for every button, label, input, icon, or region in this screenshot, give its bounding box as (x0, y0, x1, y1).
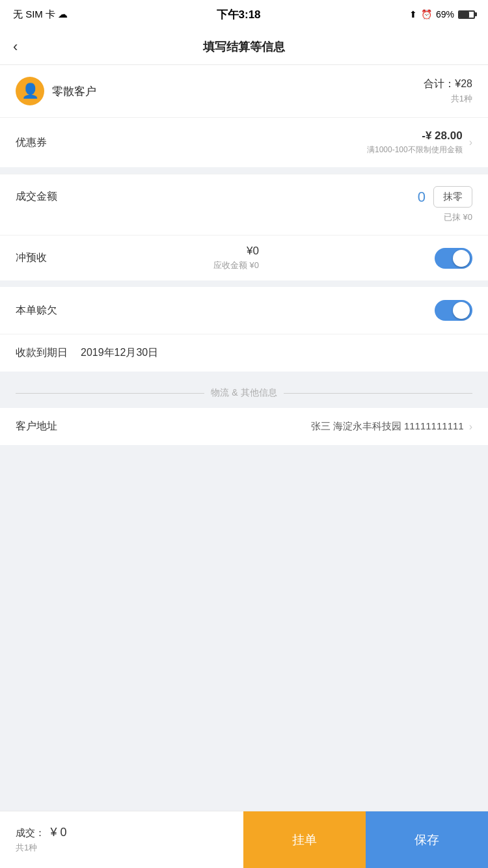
customer-right: 合计：¥28 共1种 (424, 77, 472, 105)
back-button[interactable]: ‹ (13, 38, 18, 55)
round-button[interactable]: 抹零 (433, 186, 472, 208)
customer-name: 零散客户 (52, 84, 96, 99)
logistics-section-divider: 物流 & 其他信息 (0, 378, 488, 408)
amount-section: 成交金额 0 抹零 已抹 ¥0 (0, 174, 488, 235)
status-bar: 无 SIM 卡 ☁ 下午3:18 ⬆ ⏰ 69% (0, 0, 488, 29)
customer-row: 👤 零散客户 合计：¥28 共1种 (0, 65, 488, 117)
duedate-row: 收款到期日 2019年12月30日 (0, 334, 488, 372)
debt-row: 本单赊欠 (0, 287, 488, 334)
amount-row: 成交金额 0 抹零 (16, 186, 472, 208)
section-label: 物流 & 其他信息 (211, 387, 277, 399)
nav-bar: ‹ 填写结算等信息 (0, 29, 488, 65)
coupon-right: -¥ 28.00 满1000-100不限制使用金额 › (367, 129, 472, 156)
alarm-icon: ⏰ (421, 9, 432, 20)
toggle-knob (453, 250, 470, 267)
battery-icon (458, 10, 475, 19)
address-row[interactable]: 客户地址 张三 海淀永丰科技园 11111111111 › (0, 408, 488, 445)
transaction-value[interactable]: 0 (418, 189, 426, 206)
prepayment-row: 冲预收 ¥0 应收金额 ¥0 (0, 235, 488, 280)
save-button[interactable]: 保存 (366, 811, 488, 869)
prepayment-toggle[interactable] (435, 248, 472, 269)
battery-percent: 69% (436, 9, 454, 20)
address-chevron-icon: › (469, 421, 472, 433)
nav-title: 填写结算等信息 (203, 39, 285, 55)
prepayment-amounts: ¥0 应收金额 ¥0 (213, 245, 259, 271)
total-amount: 合计：¥28 (424, 77, 472, 91)
bottom-deal-amount: ¥ 0 (50, 826, 66, 839)
status-right: ⬆ ⏰ 69% (409, 9, 475, 20)
coupon-description: 满1000-100不限制使用金额 (367, 144, 463, 156)
total-count: 共1种 (424, 93, 472, 105)
already-rounded: 已抹 ¥0 (16, 211, 472, 223)
debt-label: 本单赊欠 (16, 304, 57, 318)
receivable-amount: 应收金额 ¥0 (213, 260, 259, 271)
duedate-label: 收款到期日 (16, 346, 68, 360)
hang-button[interactable]: 挂单 (243, 811, 366, 869)
bottom-deal-row: 成交： ¥ 0 (16, 826, 228, 839)
debt-toggle-knob (453, 302, 470, 319)
address-value: 张三 海淀永丰科技园 11111111111 (70, 420, 464, 433)
coupon-value-block: -¥ 28.00 满1000-100不限制使用金额 (367, 129, 463, 156)
prepayment-value: ¥0 (213, 245, 259, 258)
amount-input-area: 0 抹零 (418, 186, 472, 208)
coupon-discount: -¥ 28.00 (367, 129, 463, 142)
status-time: 下午3:18 (217, 7, 261, 22)
prepayment-label: 冲预收 (16, 251, 47, 265)
duedate-value: 2019年12月30日 (81, 346, 158, 360)
bottom-info: 成交： ¥ 0 共1种 (0, 826, 243, 854)
bottom-bar: 成交： ¥ 0 共1种 挂单 保存 (0, 811, 488, 868)
location-icon: ⬆ (409, 9, 417, 20)
coupon-chevron-icon: › (469, 137, 472, 148)
transaction-card: 成交金额 0 抹零 已抹 ¥0 冲预收 ¥0 应收金额 ¥0 (0, 174, 488, 280)
bottom-deal-label: 成交： (16, 827, 45, 838)
no-sim-text: 无 SIM 卡 ☁ (13, 8, 68, 21)
bottom-count: 共1种 (16, 842, 228, 854)
debt-card: 本单赊欠 收款到期日 2019年12月30日 (0, 287, 488, 372)
address-label: 客户地址 (16, 420, 57, 433)
content: 👤 零散客户 合计：¥28 共1种 优惠券 -¥ 28.00 满1000-100… (0, 65, 488, 517)
coupon-label: 优惠券 (16, 136, 47, 150)
coupon-row[interactable]: 优惠券 -¥ 28.00 满1000-100不限制使用金额 › (0, 117, 488, 167)
transaction-label: 成交金额 (16, 190, 57, 204)
debt-toggle[interactable] (435, 300, 472, 321)
customer-avatar: 👤 (16, 77, 44, 105)
avatar-icon: 👤 (21, 83, 39, 100)
customer-card: 👤 零散客户 合计：¥28 共1种 优惠券 -¥ 28.00 满1000-100… (0, 65, 488, 167)
customer-left: 👤 零散客户 (16, 77, 96, 105)
status-left: 无 SIM 卡 ☁ (13, 8, 68, 21)
divider-line-left (16, 393, 204, 394)
divider-line-right (284, 393, 472, 394)
